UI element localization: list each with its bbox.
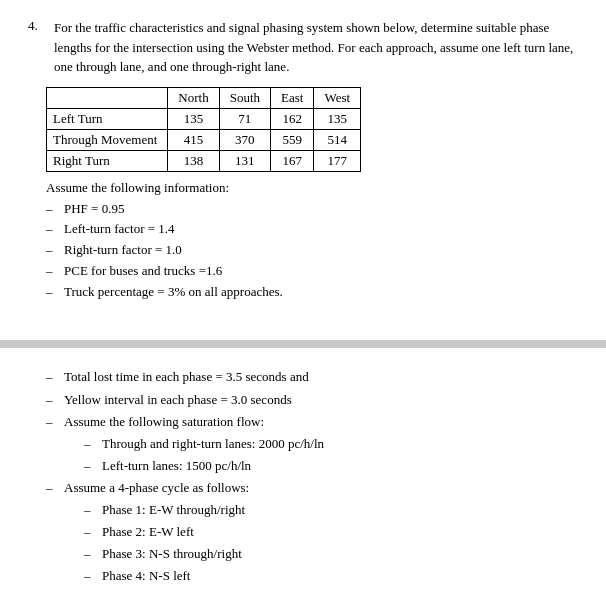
lower-list: – Total lost time in each phase = 3.5 se… xyxy=(46,366,578,587)
dash-icon: – xyxy=(46,282,56,303)
cell-left-north: 135 xyxy=(168,108,219,129)
question-header: 4. For the traffic characteristics and s… xyxy=(28,18,578,77)
cell-right-south: 131 xyxy=(219,150,270,171)
question-text: For the traffic characteristics and sign… xyxy=(54,18,578,77)
divider-bar xyxy=(0,340,606,348)
list-item: – PCE for buses and trucks =1.6 xyxy=(46,261,578,282)
phase-title: Assume a 4-phase cycle as follows: xyxy=(64,477,249,499)
phase-list: – Phase 1: E-W through/right – Phase 2: … xyxy=(84,499,249,587)
cell-through-east: 559 xyxy=(271,129,314,150)
list-item: – PHF = 0.95 xyxy=(46,199,578,220)
list-item: – Assume a 4-phase cycle as follows: – P… xyxy=(46,477,578,587)
saturation-title: Assume the following saturation flow: xyxy=(64,411,324,433)
row-label-left-turn: Left Turn xyxy=(47,108,168,129)
dash-icon: – xyxy=(46,219,56,240)
dash-icon: – xyxy=(84,521,94,543)
traffic-table-container: North South East West Left Turn 135 71 1… xyxy=(46,87,578,172)
saturation-item: Left-turn lanes: 1500 pc/h/ln xyxy=(102,455,251,477)
cell-right-west: 177 xyxy=(314,150,361,171)
question-number: 4. xyxy=(28,18,46,77)
col-label-empty xyxy=(47,87,168,108)
dash-icon: – xyxy=(46,261,56,282)
cell-right-east: 167 xyxy=(271,150,314,171)
list-item: – Left-turn factor = 1.4 xyxy=(46,219,578,240)
col-east: East xyxy=(271,87,314,108)
list-item: – Phase 1: E-W through/right xyxy=(84,499,249,521)
dash-icon: – xyxy=(46,389,56,411)
list-item: – Yellow interval in each phase = 3.0 se… xyxy=(46,389,578,411)
phase-item: Phase 1: E-W through/right xyxy=(102,499,245,521)
cell-through-west: 514 xyxy=(314,129,361,150)
list-item: – Phase 2: E-W left xyxy=(84,521,249,543)
list-item: – Left-turn lanes: 1500 pc/h/ln xyxy=(84,455,324,477)
list-item: – Right-turn factor = 1.0 xyxy=(46,240,578,261)
list-item: – Phase 4: N-S left xyxy=(84,565,249,587)
table-row: Left Turn 135 71 162 135 xyxy=(47,108,361,129)
dash-icon: – xyxy=(46,411,56,433)
cell-right-north: 138 xyxy=(168,150,219,171)
cell-left-south: 71 xyxy=(219,108,270,129)
saturation-list: – Through and right-turn lanes: 2000 pc/… xyxy=(84,433,324,477)
lower-item-text: Yellow interval in each phase = 3.0 seco… xyxy=(64,389,292,411)
table-row: Through Movement 415 370 559 514 xyxy=(47,129,361,150)
col-south: South xyxy=(219,87,270,108)
lower-item-text: Total lost time in each phase = 3.5 seco… xyxy=(64,366,309,388)
assumptions-list: – PHF = 0.95 – Left-turn factor = 1.4 – … xyxy=(46,199,578,303)
dash-icon: – xyxy=(46,240,56,261)
phase-item: Phase 2: E-W left xyxy=(102,521,194,543)
dash-icon: – xyxy=(46,366,56,388)
assumption-text: PCE for buses and trucks =1.6 xyxy=(64,261,222,282)
saturation-block: Assume the following saturation flow: – … xyxy=(64,411,324,477)
list-item: – Assume the following saturation flow: … xyxy=(46,411,578,477)
list-item: – Phase 3: N-S through/right xyxy=(84,543,249,565)
dash-icon: – xyxy=(46,477,56,499)
phase-block: Assume a 4-phase cycle as follows: – Pha… xyxy=(64,477,249,587)
assumption-text: Truck percentage = 3% on all approaches. xyxy=(64,282,283,303)
phase-item: Phase 4: N-S left xyxy=(102,565,190,587)
dash-icon: – xyxy=(84,499,94,521)
list-item: – Total lost time in each phase = 3.5 se… xyxy=(46,366,578,388)
traffic-table: North South East West Left Turn 135 71 1… xyxy=(46,87,361,172)
list-item: – Truck percentage = 3% on all approache… xyxy=(46,282,578,303)
row-label-right-turn: Right Turn xyxy=(47,150,168,171)
assumption-text: Left-turn factor = 1.4 xyxy=(64,219,175,240)
assumptions-title: Assume the following information: xyxy=(46,180,578,196)
phase-item: Phase 3: N-S through/right xyxy=(102,543,242,565)
row-label-through: Through Movement xyxy=(47,129,168,150)
cell-through-south: 370 xyxy=(219,129,270,150)
table-row: Right Turn 138 131 167 177 xyxy=(47,150,361,171)
col-north: North xyxy=(168,87,219,108)
col-west: West xyxy=(314,87,361,108)
dash-icon: – xyxy=(84,455,94,477)
dash-icon: – xyxy=(84,433,94,455)
lower-section: – Total lost time in each phase = 3.5 se… xyxy=(0,366,606,590)
cell-through-north: 415 xyxy=(168,129,219,150)
dash-icon: – xyxy=(46,199,56,220)
cell-left-west: 135 xyxy=(314,108,361,129)
cell-left-east: 162 xyxy=(271,108,314,129)
assumption-text: PHF = 0.95 xyxy=(64,199,124,220)
saturation-item: Through and right-turn lanes: 2000 pc/h/… xyxy=(102,433,324,455)
dash-icon: – xyxy=(84,543,94,565)
assumption-text: Right-turn factor = 1.0 xyxy=(64,240,182,261)
list-item: – Through and right-turn lanes: 2000 pc/… xyxy=(84,433,324,455)
info-section: Assume the following information: – PHF … xyxy=(46,180,578,303)
page: 4. For the traffic characteristics and s… xyxy=(0,0,606,322)
dash-icon: – xyxy=(84,565,94,587)
